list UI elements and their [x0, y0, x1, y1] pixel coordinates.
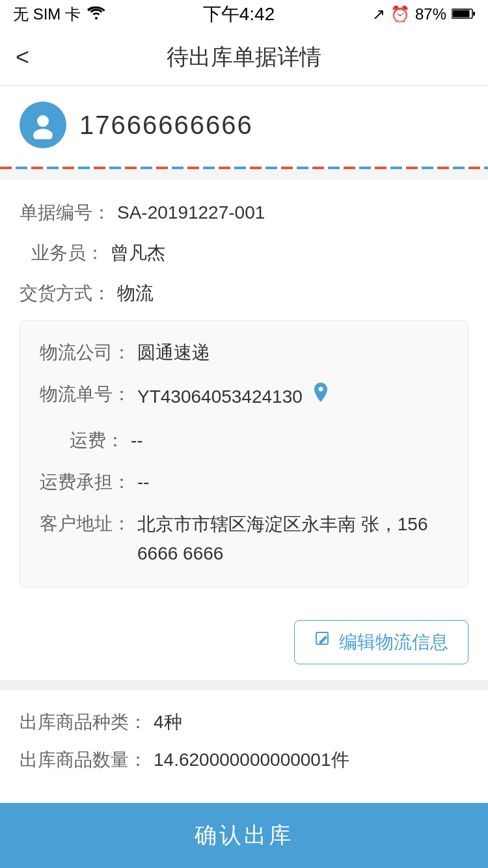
battery-icon: [452, 5, 475, 23]
delivery-row: 交货方式： 物流: [20, 280, 468, 307]
dashed-divider: [0, 164, 488, 169]
product-types-label: 出库商品种类：: [20, 710, 154, 735]
status-left: 无 SIM 卡: [13, 4, 105, 25]
tracking-value: YT43064053424130: [137, 381, 448, 413]
product-quantity-row: 出库商品数量： 14.620000000000001件: [20, 748, 468, 772]
confirm-bar[interactable]: 确认出库: [0, 803, 488, 868]
carrier-label: 无 SIM 卡: [13, 4, 81, 25]
salesman-value: 曾凡杰: [111, 239, 468, 267]
tracking-label: 物流单号：: [40, 381, 137, 408]
freight-bear-label: 运费承担：: [40, 468, 137, 496]
freight-bear-value: --: [137, 468, 448, 496]
salesman-row: 业务员： 曾凡杰: [20, 239, 468, 267]
company-value: 圆通速递: [137, 339, 448, 366]
document-value: SA-20191227-001: [117, 199, 468, 226]
delivery-value: 物流: [117, 280, 468, 307]
freight-value: --: [131, 427, 448, 454]
map-pin-icon[interactable]: [309, 381, 332, 413]
address-row: 客户地址： 北京市市辖区海淀区永丰南 张，156 6666 6666: [40, 510, 448, 569]
status-right: ↗ ⏰ 87%: [372, 5, 475, 23]
status-bar: 无 SIM 卡 下午4:42 ↗ ⏰ 87%: [0, 0, 488, 29]
document-label: 单据编号：: [20, 199, 117, 226]
logistics-card: 物流公司： 圆通速递 物流单号： YT43064053424130 运费： --: [20, 320, 468, 588]
product-quantity-label: 出库商品数量：: [20, 748, 154, 772]
wifi-icon: [87, 5, 105, 23]
salesman-label: 业务员：: [20, 239, 111, 267]
company-label: 物流公司：: [40, 339, 137, 366]
freight-label: 运费：: [40, 427, 131, 454]
edit-icon: [314, 631, 332, 653]
location-status-icon: ↗: [372, 5, 385, 23]
product-types-row: 出库商品种类： 4种: [20, 710, 468, 735]
svg-point-3: [37, 115, 49, 127]
tracking-row: 物流单号： YT43064053424130: [40, 381, 448, 413]
svg-point-4: [33, 129, 53, 139]
edit-logistics-button[interactable]: 编辑物流信息: [294, 620, 468, 664]
edit-logistics-label: 编辑物流信息: [339, 630, 448, 655]
svg-rect-1: [473, 12, 475, 16]
page-content: 17666666666 单据编号： SA-20191227-001 业务员： 曾…: [0, 86, 488, 868]
company-row: 物流公司： 圆通速递: [40, 339, 448, 366]
product-card: 出库商品种类： 4种 出库商品数量： 14.620000000000001件: [0, 690, 488, 792]
confirm-button[interactable]: 确认出库: [195, 821, 293, 850]
address-value: 北京市市辖区海淀区永丰南 张，156 6666 6666: [137, 510, 448, 569]
user-phone: 17666666666: [79, 111, 253, 140]
user-avatar: [20, 102, 66, 148]
svg-rect-2: [453, 10, 470, 18]
address-label: 客户地址：: [40, 510, 137, 537]
back-button[interactable]: <: [16, 44, 29, 71]
edit-logistics-section: 编辑物流信息: [0, 607, 488, 680]
battery-label: 87%: [415, 5, 446, 23]
nav-bar: < 待出库单据详情: [0, 29, 488, 86]
delivery-label: 交货方式：: [20, 280, 117, 307]
page-title: 待出库单据详情: [167, 42, 321, 72]
section-separator: [0, 680, 488, 690]
basic-info-card: 单据编号： SA-20191227-001 业务员： 曾凡杰 交货方式： 物流 …: [0, 180, 488, 607]
alarm-icon: ⏰: [390, 5, 410, 23]
freight-bear-row: 运费承担： --: [40, 468, 448, 496]
status-time: 下午4:42: [203, 2, 275, 27]
document-row: 单据编号： SA-20191227-001: [20, 199, 468, 226]
user-section: 17666666666: [0, 86, 488, 164]
product-types-value: 4种: [154, 710, 468, 735]
freight-row: 运费： --: [40, 427, 448, 454]
product-quantity-value: 14.620000000000001件: [154, 748, 468, 772]
